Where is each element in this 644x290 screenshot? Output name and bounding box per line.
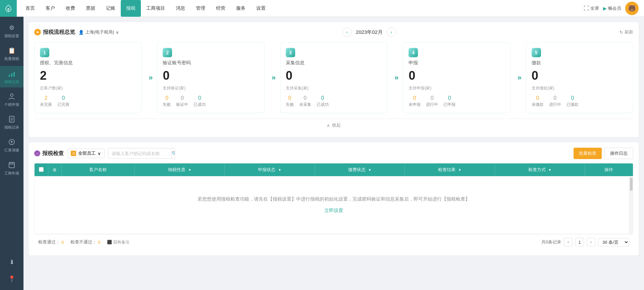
nav-message[interactable]: 消息 bbox=[170, 0, 191, 17]
location-tag[interactable]: 👤 上海(电子税局) ∨ bbox=[78, 29, 119, 35]
step-1: 1 授权、完善信息 2 总客户数(家) 2 未完善 0 已完善 bbox=[34, 42, 142, 113]
next-page-button[interactable]: › bbox=[587, 238, 595, 246]
nav-business[interactable]: 工商项目 bbox=[141, 0, 170, 17]
app-logo[interactable] bbox=[0, 0, 17, 17]
current-month: 2023年02月 bbox=[356, 29, 383, 35]
batch-tax-icon: 📋 bbox=[7, 46, 16, 55]
step-4-stats: 0 未申报 0 进行中 0 已申报 bbox=[409, 95, 504, 107]
sidebar-item-location[interactable]: 📍 bbox=[0, 271, 23, 287]
nav-service[interactable]: 服务 bbox=[231, 0, 251, 17]
sidebar-item-download[interactable]: ⬇ bbox=[0, 255, 23, 270]
column-settings-icon[interactable]: ⚙ bbox=[53, 167, 57, 172]
sidebar-item-annual-report[interactable]: 工商年报 bbox=[0, 157, 23, 179]
step-5-stat-0: 0 未缴款 bbox=[532, 95, 544, 107]
tax-overview-icon bbox=[7, 69, 16, 78]
search-icon: 🔍 bbox=[172, 151, 175, 156]
employee-filter-dropdown[interactable]: 员 全部员工 ∨ bbox=[67, 149, 105, 158]
clearing-icon bbox=[7, 138, 16, 146]
customer-search-button[interactable]: 🔍 bbox=[171, 148, 175, 158]
overview-title-icon: + bbox=[34, 29, 41, 35]
step-4-stat-0: 0 未申报 bbox=[409, 95, 421, 107]
overview-header: + 报税流程总览 👤 上海(电子税局) ∨ ‹ 2023年02月 › ↻ 刷新 bbox=[34, 27, 633, 37]
nav-management[interactable]: 管理 bbox=[191, 0, 211, 17]
table-header-row: ⚙ 客户名称 纳税性质 ▼ 申报状态 ▼ bbox=[35, 163, 633, 176]
fail-count-link[interactable]: 0 bbox=[98, 240, 100, 245]
fullscreen-button[interactable]: ⛶ 全屏 bbox=[584, 5, 599, 11]
nav-invoice[interactable]: 票据 bbox=[80, 0, 101, 17]
refresh-icon: ↻ bbox=[620, 30, 623, 35]
tax-settings-icon: ⚙ bbox=[7, 23, 16, 32]
nav-operation[interactable]: 经营 bbox=[211, 0, 231, 17]
nav-tax[interactable]: 报税 bbox=[121, 0, 141, 17]
step-5-stats: 0 未缴款 0 进行中 0 已缴款 bbox=[532, 95, 628, 107]
collapse-button[interactable]: ∧ 收起 bbox=[34, 119, 633, 132]
sidebar-item-tax-settings[interactable]: ⚙ 报税设置 bbox=[0, 20, 23, 42]
step-4-subtitle: 支持申报(家) bbox=[409, 85, 504, 91]
svg-rect-0 bbox=[9, 75, 10, 77]
member-button[interactable]: ▶ 畅会员 bbox=[603, 5, 621, 11]
declare-status-filter-icon[interactable]: ▼ bbox=[278, 168, 281, 172]
column-operation: 操作 bbox=[585, 163, 633, 176]
mascot-avatar[interactable]: 🐻 bbox=[625, 2, 639, 15]
personal-tax-icon bbox=[7, 92, 16, 101]
pass-count-link[interactable]: 0 bbox=[61, 240, 64, 245]
step-4-count: 0 bbox=[409, 69, 504, 83]
column-check-result: 检查结果 ▼ bbox=[405, 163, 495, 176]
sidebar-item-tax-overview[interactable]: 报税总览 bbox=[0, 66, 23, 87]
column-check-method: 检查方式 ▼ bbox=[495, 163, 585, 176]
sidebar-item-clearing[interactable]: 汇算清缴 bbox=[0, 134, 23, 156]
overview-title: + 报税流程总览 bbox=[34, 29, 75, 36]
batch-check-button[interactable]: 批量检查 bbox=[574, 148, 602, 159]
nav-home[interactable]: 首页 bbox=[20, 0, 40, 17]
pay-status-filter-icon[interactable]: ▼ bbox=[368, 168, 371, 172]
svg-rect-10 bbox=[9, 162, 14, 168]
customer-search-input[interactable] bbox=[108, 149, 171, 158]
step-3-stat-2: 0 已成功 bbox=[317, 95, 329, 107]
table-scrollbar[interactable] bbox=[629, 177, 633, 234]
step-2-stat-1: 0 验证中 bbox=[176, 95, 188, 107]
nav-customer[interactable]: 客户 bbox=[40, 0, 60, 17]
prev-page-button[interactable]: ‹ bbox=[564, 238, 573, 246]
table-empty-message: 若您想使用报税检查功能，请先在【报税设置】中进行报税的初始化设置，完成密码验证和… bbox=[35, 176, 633, 234]
step-4-stat-1: 0 进行中 bbox=[426, 95, 438, 107]
next-month-button[interactable]: › bbox=[387, 27, 396, 37]
member-icon: ▶ bbox=[603, 6, 607, 11]
tax-type-filter-icon[interactable]: ▼ bbox=[188, 168, 192, 172]
operation-log-button[interactable]: 操作日志 bbox=[604, 148, 633, 159]
step-1-stats: 2 未完善 0 已完善 bbox=[40, 95, 136, 107]
location-icon: 📍 bbox=[7, 275, 16, 283]
check-title-icon: ○ bbox=[34, 150, 40, 156]
annual-report-icon bbox=[7, 161, 16, 169]
month-navigation: ‹ 2023年02月 › bbox=[342, 27, 396, 37]
current-page: 1 bbox=[575, 238, 584, 246]
sidebar-item-tax-record[interactable]: 报税记录 bbox=[0, 112, 23, 133]
step-4-stat-2: 0 已申报 bbox=[443, 95, 455, 107]
step-3-subtitle: 支持采集(家) bbox=[286, 85, 382, 91]
main-nav: 首页 客户 收费 票据 记账 报税 工商项目 消息 管理 经营 服务 设置 bbox=[20, 0, 584, 17]
location-person-icon: 👤 bbox=[78, 30, 84, 35]
setup-link[interactable]: 立即设置 bbox=[324, 208, 343, 213]
column-tax-type: 纳税性质 ▼ bbox=[135, 163, 225, 176]
step-4: 4 申报 0 支持申报(家) 0 未申报 0 进行中 bbox=[403, 42, 510, 113]
sidebar-item-batch-tax[interactable]: 📋 批量报税 bbox=[0, 43, 23, 64]
check-method-filter-icon[interactable]: ▼ bbox=[548, 168, 551, 172]
scrollbar-thumb bbox=[630, 177, 633, 191]
step-5-stat-2: 0 已缴款 bbox=[567, 95, 579, 107]
content-area: + 报税流程总览 👤 上海(电子税局) ∨ ‹ 2023年02月 › ↻ 刷新 bbox=[23, 17, 644, 290]
nav-settings[interactable]: 设置 bbox=[251, 0, 271, 17]
customer-search-box: 🔍 bbox=[108, 148, 175, 159]
nav-fee[interactable]: 收费 bbox=[60, 0, 80, 17]
nav-accounting[interactable]: 记账 bbox=[101, 0, 121, 17]
header-checkbox[interactable] bbox=[39, 167, 44, 172]
refresh-button[interactable]: ↻ 刷新 bbox=[620, 29, 633, 35]
step-1-count: 2 bbox=[40, 69, 136, 83]
check-result-filter-icon[interactable]: ▼ bbox=[458, 168, 462, 172]
page-size-select[interactable]: 30 条/页 50 条/页 100 条/页 bbox=[598, 238, 629, 246]
table-empty-row: 若您想使用报税检查功能，请先在【报税设置】中进行报税的初始化设置，完成密码验证和… bbox=[35, 176, 633, 234]
sidebar-bottom: ⬇ 📍 bbox=[0, 255, 23, 290]
prev-month-button[interactable]: ‹ bbox=[342, 27, 352, 37]
sidebar-item-personal-tax[interactable]: 个税申报 bbox=[0, 89, 23, 110]
step-3-stat-1: 0 未采集 bbox=[299, 95, 311, 107]
main-layout: ⚙ 报税设置 📋 批量报税 报税总览 个 bbox=[0, 17, 644, 290]
step-2-num: 2 bbox=[163, 48, 172, 57]
